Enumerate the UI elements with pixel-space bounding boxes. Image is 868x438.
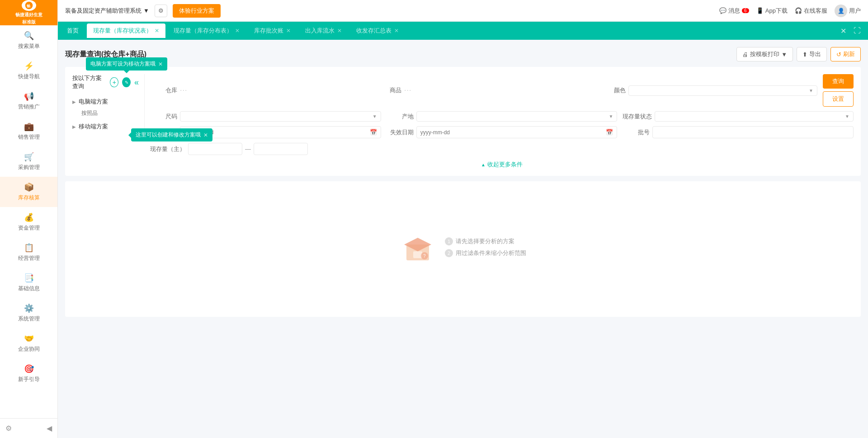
sidebar-item-search[interactable]: 🔍 搜索菜单 [0,25,57,56]
batch-input[interactable] [652,126,854,138]
stock-status-select[interactable]: ▼ [655,111,854,122]
query-button[interactable]: 查询 [823,74,854,89]
chevron-down-icon: ▼ [373,114,377,119]
filter-row-4: 现存量（主） — [150,143,854,155]
tab-actions: ✕ ⛶ [839,27,866,35]
export-icon: ⬆ [802,51,807,58]
tab-home-label: 首页 [67,27,79,35]
notification-label: 消息 [728,7,740,15]
sidebar-item-label: 企业协同 [18,345,40,353]
app-edition: 标准版 [22,19,36,25]
filter-field-expire-date: 失效日期 📅 [387,126,618,138]
sidebar-item-marketing[interactable]: 📢 营销推广 [0,86,57,116]
tooltip-close-icon[interactable]: ✕ [158,61,163,67]
product-input[interactable]: ··· [404,86,593,94]
sidebar-item-quick-nav[interactable]: ⚡ 快捷导航 [0,56,57,86]
scheme-group-mobile-header[interactable]: ▶ 移动端方案 [72,121,139,132]
tab-maximize-icon[interactable]: ⛶ [852,27,863,35]
tab-in-out-flow[interactable]: 出入库流水 ✕ [299,24,348,38]
tooltip-scheme-hint: 电脑方案可设为移动方案哦 ✕ [86,57,167,71]
tab-bar: 首页 现存量（库存状况表） ✕ 现存量（库存分布表） ✕ 库存批次账 ✕ 出入库… [58,22,868,40]
user-menu[interactable]: 👤 用户 [835,5,861,17]
system-name-selector[interactable]: 装备及固定资产辅助管理系统 ▼ [65,7,149,15]
tab-close-icon[interactable]: ✕ [394,28,399,34]
inventory-icon: 📦 [24,182,34,192]
app-download-button[interactable]: 📱 App下载 [756,7,788,15]
finance-icon: 💰 [24,212,34,222]
tab-close-icon[interactable]: ✕ [155,28,159,34]
lightning-icon: ⚡ [24,61,34,71]
tooltip2-close-icon[interactable]: ✕ [203,132,208,138]
tab-close-icon[interactable]: ✕ [235,28,240,34]
sidebar-item-label: 快捷导航 [18,73,40,80]
sidebar-item-enterprise[interactable]: 🤝 企业协同 [0,328,57,358]
tab-inventory-status[interactable]: 现存量（库存状况表） ✕ [87,24,165,38]
sidebar-item-sales[interactable]: 💼 销售管理 [0,116,57,146]
stock-qty-min[interactable] [188,143,242,155]
color-select[interactable]: ▼ [628,85,817,96]
warehouse-input[interactable]: ··· [180,86,187,94]
tab-close-icon[interactable]: ✕ [286,28,291,34]
filter-edit-button[interactable]: ✎ 电脑方案可设为移动方案哦 ✕ [122,77,131,87]
gear-button[interactable]: ⚙ [155,5,167,17]
filter-add-button[interactable]: + [110,77,118,87]
template-print-button[interactable]: 🖨 按模板打印 ▼ [736,47,793,61]
tooltip-create-hint: 这里可以创建和修改方案哦 ✕ [131,128,212,141]
gear-icon: ⚙ [158,7,164,14]
sidebar-item-label: 搜索菜单 [18,42,40,50]
sidebar-item-inventory[interactable]: 📦 库存核算 [0,177,57,207]
sidebar-item-basic-info[interactable]: 📑 基础信息 [0,268,57,298]
sidebar-nav: 🔍 搜索菜单 ⚡ 快捷导航 📢 营销推广 💼 销售管理 🛒 采购管理 📦 库存核… [0,25,57,418]
sidebar-item-guide[interactable]: 🎯 新手引导 [0,358,57,389]
origin-select[interactable]: ▼ [416,111,618,122]
filter-back-button[interactable]: « [134,78,139,87]
online-support-button[interactable]: 🎧 在线客服 [795,7,827,15]
tab-inventory-dist-label: 现存量（库存分布表） [174,27,232,35]
scheme-item[interactable]: 按照品 [72,108,139,119]
setting-button[interactable]: 设置 [823,91,854,107]
scheme-group-header[interactable]: ▶ 电脑端方案 [72,96,139,108]
filter-row-2: 尺码 ▼ 产地 ▼ [150,111,854,122]
stock-qty-label: 现存量（主） [150,145,185,153]
empty-tips: 1 请先选择要分析的方案 2 用过滤条件来缩小分析范围 [445,237,526,261]
enterprise-icon: 🤝 [24,334,34,344]
notification-button[interactable]: 💬 消息 6 [719,7,749,15]
sidebar-item-purchase[interactable]: 🛒 采购管理 [0,146,57,177]
tab-receive-summary[interactable]: 收发存汇总表 ✕ [350,24,405,38]
color-label: 颜色 [599,86,626,94]
export-button[interactable]: ⬆ 导出 [797,47,827,61]
tab-home[interactable]: 首页 [61,24,85,38]
sidebar-item-system[interactable]: ⚙️ 系统管理 [0,298,57,328]
scheme-group-desktop: ▶ 电脑端方案 按照品 [72,96,139,119]
sidebar-item-finance[interactable]: 💰 资金管理 [0,207,57,237]
refresh-button[interactable]: ↺ 刷新 [830,47,861,61]
tab-batch-account-label: 库存批次账 [254,27,283,35]
svg-text:?: ? [423,254,426,259]
tab-close-all-icon[interactable]: ✕ [839,27,848,35]
filter-field-stock-qty: 现存量（主） — [150,143,358,155]
filter-row-3: 生产日期 📅 失效日期 📅 [150,126,854,138]
tip-num-1: 1 [445,237,453,245]
stock-qty-max[interactable] [254,143,308,155]
filter-field-product: 商品 ··· [374,86,593,94]
tab-close-icon[interactable]: ✕ [337,28,342,34]
refresh-icon: ↺ [836,51,841,58]
header-left: 装备及固定资产辅助管理系统 ▼ ⚙ 体验行业方案 [65,4,221,18]
size-select[interactable]: ▼ [180,111,381,122]
sidebar-item-operations[interactable]: 📋 经营管理 [0,237,57,268]
logo-icon: 畅 [22,0,36,11]
sidebar-item-label: 采购管理 [18,164,40,171]
sidebar-item-label: 营销推广 [18,103,40,111]
expire-date-input[interactable]: 📅 [416,126,618,138]
system-name: 装备及固定资产辅助管理系统 [65,7,142,15]
tab-batch-account[interactable]: 库存批次账 ✕ [248,24,297,38]
settings-bottom-icon[interactable]: ⚙ [5,424,12,433]
empty-tip-1: 1 请先选择要分析的方案 [445,237,526,245]
collapse-sidebar-icon[interactable]: ◀ [47,424,52,433]
tab-inventory-dist[interactable]: 现存量（库存分布表） ✕ [167,24,246,38]
expire-date-field[interactable] [420,129,604,136]
tooltip-arrow [124,71,129,73]
experience-button[interactable]: 体验行业方案 [173,4,221,18]
collapse-filters-button[interactable]: ▲ 收起更多条件 [150,160,854,169]
dropdown-arrow-icon: ▼ [781,51,787,58]
